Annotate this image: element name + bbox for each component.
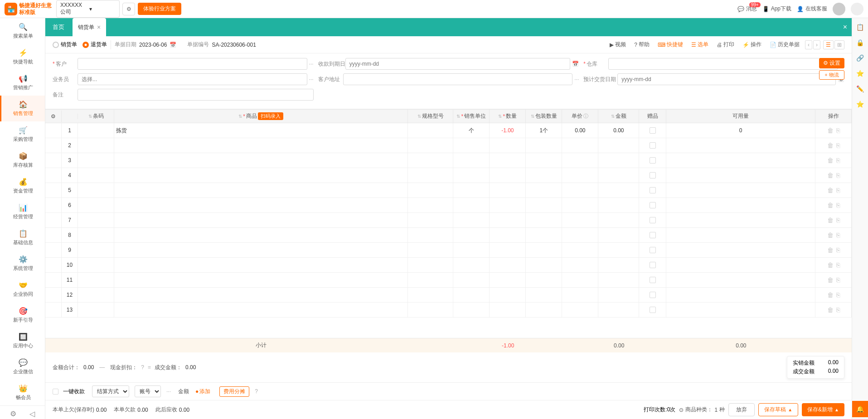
sidebar-item-guide[interactable]: 🎯 新手引导	[0, 302, 45, 328]
online-service-button[interactable]: 👤 在线客服	[797, 5, 827, 13]
product-sort-icon[interactable]: ⇅	[238, 114, 242, 119]
sidebar-item-quick-nav[interactable]: ⚡ 快捷导航	[0, 44, 45, 70]
right-panel-icon-5[interactable]: ✏️	[853, 82, 868, 96]
due-date-input[interactable]	[345, 58, 571, 70]
abandon-button[interactable]: 放弃	[728, 403, 755, 416]
row-product[interactable]	[114, 288, 408, 302]
row-product[interactable]: 拣货	[114, 123, 408, 138]
app-download-button[interactable]: 📱 App下载	[762, 5, 791, 13]
customer-input[interactable]	[78, 58, 307, 70]
row-product[interactable]	[114, 153, 408, 168]
row-gift[interactable]	[639, 153, 666, 168]
settings-icon[interactable]: ⚙	[122, 3, 135, 15]
copy-row-icon[interactable]: ⎘	[836, 291, 840, 299]
delete-row-icon[interactable]: 🗑	[827, 127, 834, 134]
copy-row-icon[interactable]: ⎘	[836, 187, 840, 194]
expected-delivery-input[interactable]	[617, 73, 836, 85]
list-view-icon[interactable]: ☰	[823, 40, 834, 49]
sidebar-item-basic-info[interactable]: 📋 基础信息	[0, 225, 45, 250]
discount-help-icon[interactable]: ?	[141, 364, 144, 371]
next-arrow-icon[interactable]: ›	[813, 40, 820, 49]
customer-address-input[interactable]	[343, 73, 573, 85]
help-button[interactable]: ? 帮助	[631, 40, 652, 49]
row-product[interactable]	[114, 273, 408, 287]
delete-row-icon[interactable]: 🗑	[827, 142, 834, 149]
print-button[interactable]: 🖨 打印	[714, 40, 737, 49]
sidebar-settings-icon[interactable]: ⚙	[10, 409, 16, 418]
video-button[interactable]: ▶ 视频	[607, 40, 629, 49]
experience-button[interactable]: 体验行业方案	[138, 3, 181, 15]
expense-split-button[interactable]: 费用分摊	[219, 386, 249, 397]
sidebar-item-weixin[interactable]: 💬 企业微信	[0, 354, 45, 380]
save-draft-button[interactable]: 保存草稿 ▲	[758, 403, 798, 416]
sidebar-item-sales[interactable]: 🏠 销售管理	[0, 96, 45, 121]
copy-row-icon[interactable]: ⎘	[836, 306, 840, 313]
copy-row-icon[interactable]: ⎘	[836, 142, 840, 149]
company-selector[interactable]: XXXXXX公司 ▾	[56, 0, 120, 18]
history-button[interactable]: 📄 历史单据	[767, 40, 802, 49]
sidebar-item-member[interactable]: 👑 畅会员	[0, 380, 45, 405]
select-button[interactable]: ☰ 选单	[689, 40, 711, 49]
sidebar-item-enterprise[interactable]: 🤝 企业协同	[0, 276, 45, 302]
row-qty[interactable]: -1.00	[490, 123, 526, 138]
row-product[interactable]	[114, 213, 408, 227]
account-select[interactable]: 账号	[135, 385, 161, 397]
sidebar-item-management[interactable]: 📊 经营管理	[0, 199, 45, 225]
row-gift[interactable]	[639, 168, 666, 183]
right-panel-icon-2[interactable]: 🔒	[853, 35, 868, 50]
row-product[interactable]	[114, 168, 408, 183]
sidebar-collapse-icon[interactable]: ◁	[29, 409, 35, 418]
delete-row-icon[interactable]: 🗑	[827, 246, 834, 254]
return-order-radio[interactable]: 退货单	[82, 41, 107, 48]
row-product[interactable]	[114, 303, 408, 317]
copy-row-icon[interactable]: ⎘	[836, 276, 840, 284]
copy-row-icon[interactable]: ⎘	[836, 246, 840, 254]
shortcut-button[interactable]: ⌨ 快捷键	[655, 40, 686, 49]
salesperson-input[interactable]	[78, 73, 307, 85]
product-kind-radio-icon[interactable]: ⊙	[679, 407, 684, 413]
add-payment-button[interactable]: ● 添加	[195, 388, 210, 395]
row-product[interactable]	[114, 138, 408, 153]
tab-sales-order[interactable]: 销货单 ×	[73, 18, 106, 36]
account-dots-icon[interactable]: ···	[166, 388, 171, 395]
row-gift[interactable]	[639, 213, 666, 227]
amount-sort-icon[interactable]: ⇅	[611, 114, 615, 119]
delete-row-icon[interactable]: 🗑	[827, 172, 834, 179]
copy-row-icon[interactable]: ⎘	[836, 172, 840, 179]
qty-sort-icon[interactable]: ⇅	[498, 114, 502, 119]
row-gift[interactable]	[639, 123, 666, 138]
message-button[interactable]: 💬 消息 99+	[737, 5, 757, 13]
sidebar-item-purchase[interactable]: 🛒 采购管理	[0, 121, 45, 147]
copy-row-icon[interactable]: ⎘	[836, 217, 840, 224]
barcode-sort-icon[interactable]: ⇅	[88, 114, 92, 119]
salesperson-dots-icon[interactable]: ···	[309, 76, 314, 82]
prev-arrow-icon[interactable]: ‹	[805, 40, 812, 49]
row-gift[interactable]	[639, 303, 666, 317]
delete-row-icon[interactable]: 🗑	[827, 291, 834, 299]
tab-close-icon[interactable]: ×	[97, 24, 101, 31]
customer-address-dots-icon[interactable]: ···	[574, 76, 579, 82]
right-panel-icon-1[interactable]: 📋	[853, 20, 868, 34]
copy-row-icon[interactable]: ⎘	[836, 231, 840, 239]
row-gift[interactable]	[639, 183, 666, 197]
setup-button[interactable]: ⚙ 设置	[819, 58, 844, 68]
logistics-button[interactable]: + 物流	[819, 70, 844, 80]
tab-home[interactable]: 首页	[45, 18, 72, 36]
row-product[interactable]	[114, 228, 408, 242]
delete-row-icon[interactable]: 🗑	[827, 306, 834, 313]
copy-row-icon[interactable]: ⎘	[836, 127, 840, 134]
pkg-sort-icon[interactable]: ⇅	[531, 114, 534, 119]
right-panel-icon-4[interactable]: ⭐	[853, 66, 868, 81]
customer-dots-icon[interactable]: ···	[309, 61, 314, 67]
sidebar-item-finance[interactable]: 💰 资金管理	[0, 173, 45, 199]
sidebar-item-app-center[interactable]: 🔲 应用中心	[0, 328, 45, 354]
delete-row-icon[interactable]: 🗑	[827, 217, 834, 224]
price-info-icon[interactable]: ⓘ	[583, 113, 588, 120]
sales-order-radio[interactable]: 销货单	[53, 41, 77, 48]
delete-row-icon[interactable]: 🗑	[827, 157, 834, 164]
row-gift[interactable]	[639, 198, 666, 212]
one-click-checkbox[interactable]	[53, 389, 58, 395]
sidebar-item-search[interactable]: 🔍 搜索菜单	[0, 18, 45, 44]
row-product[interactable]	[114, 243, 408, 257]
right-panel-icon-6[interactable]: ⭐	[853, 97, 868, 111]
